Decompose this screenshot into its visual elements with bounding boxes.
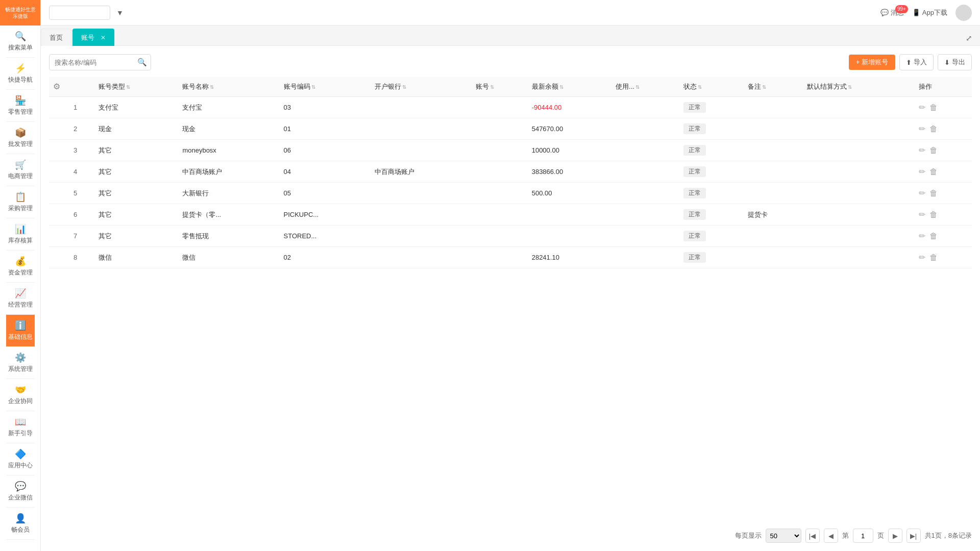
- col-header-latest_balance[interactable]: 最新余额⇅: [528, 77, 611, 97]
- delete-btn-3[interactable]: 🗑: [929, 167, 938, 177]
- sidebar-item-operations-mgmt[interactable]: 📈经营管理: [6, 283, 35, 315]
- prev-page-btn[interactable]: ◀: [824, 529, 838, 543]
- ecommerce-mgmt-icon: 🛒: [15, 159, 26, 170]
- app-download-btn[interactable]: 📱 App下载: [912, 8, 947, 17]
- row-status-2: 正常: [679, 140, 744, 161]
- sidebar-item-system-mgmt[interactable]: ⚙️系统管理: [6, 347, 35, 379]
- wholesale-mgmt-icon: 📦: [15, 127, 26, 138]
- status-badge-4: 正常: [683, 188, 706, 198]
- col-header-account_code[interactable]: 账号编码⇅: [280, 77, 371, 97]
- row-account-code-7: 02: [280, 247, 371, 268]
- sidebar-item-basic-info[interactable]: ℹ️基础信息: [6, 315, 35, 347]
- row-usage-2: [611, 140, 679, 161]
- col-header-settings: ⚙: [49, 77, 69, 97]
- row-settings-4: [49, 183, 69, 204]
- export-btn[interactable]: ⬇ 导出: [938, 54, 972, 70]
- add-account-btn[interactable]: + 新增账号: [849, 55, 895, 70]
- edit-btn-1[interactable]: ✏: [919, 124, 925, 134]
- edit-btn-4[interactable]: ✏: [919, 188, 925, 198]
- col-header-usage[interactable]: 使用...⇅: [611, 77, 679, 97]
- row-status-3: 正常: [679, 161, 744, 183]
- sidebar-item-app-center[interactable]: 🔷应用中心: [6, 443, 35, 475]
- edit-btn-3[interactable]: ✏: [919, 167, 925, 177]
- delete-btn-4[interactable]: 🗑: [929, 189, 938, 198]
- row-account-3: [472, 161, 528, 183]
- sidebar-item-retail-mgmt[interactable]: 🏪零售管理: [6, 90, 35, 122]
- page-label: 第: [842, 531, 849, 540]
- sidebar-item-wholesale-mgmt[interactable]: 📦批发管理: [6, 122, 35, 154]
- enterprise-wechat-icon: 💬: [15, 481, 26, 492]
- edit-btn-7[interactable]: ✏: [919, 253, 925, 262]
- sidebar-item-quick-nav[interactable]: ⚡快捷导航: [6, 58, 35, 90]
- row-account-5: [472, 204, 528, 226]
- sidebar-item-inventory-check[interactable]: 📊库存核算: [6, 218, 35, 251]
- sort-icon-account_type: ⇅: [126, 84, 130, 90]
- row-status-7: 正常: [679, 247, 744, 268]
- delete-btn-7[interactable]: 🗑: [929, 253, 938, 262]
- total-info: 共1页，8条记录: [925, 531, 972, 540]
- row-settings-6: [49, 226, 69, 247]
- per-page-select[interactable]: 50 100 200: [766, 529, 801, 543]
- row-status-1: 正常: [679, 118, 744, 140]
- row-status-0: 正常: [679, 97, 744, 118]
- sidebar-item-ecommerce-mgmt[interactable]: 🛒电商管理: [6, 154, 35, 186]
- sidebar-item-purchase-mgmt[interactable]: 📋采购管理: [6, 186, 35, 218]
- status-badge-0: 正常: [683, 102, 706, 113]
- row-notes-0: [744, 97, 803, 118]
- last-page-btn[interactable]: ▶|: [906, 529, 921, 543]
- edit-btn-6[interactable]: ✏: [919, 231, 925, 241]
- delete-btn-5[interactable]: 🗑: [929, 210, 938, 219]
- dropdown-btn[interactable]: ▼: [116, 9, 124, 17]
- page-input[interactable]: [853, 529, 873, 543]
- row-settings-2: [49, 140, 69, 161]
- per-page-label: 每页显示: [735, 531, 762, 540]
- tab-accounts[interactable]: 账号✕: [72, 29, 114, 46]
- delete-btn-1[interactable]: 🗑: [929, 124, 938, 134]
- tab-actions: ⤢: [962, 31, 980, 45]
- tab-close-accounts[interactable]: ✕: [101, 34, 106, 41]
- sidebar-item-member[interactable]: 👤畅会员: [6, 508, 35, 540]
- message-btn[interactable]: 💬 消息 99+: [880, 8, 904, 17]
- row-settings-5: [49, 204, 69, 226]
- search-btn[interactable]: 🔍: [137, 58, 147, 67]
- col-header-account[interactable]: 账号⇅: [472, 77, 528, 97]
- logo-text: 畅捷通好生意乐捷版: [5, 6, 36, 19]
- sidebar-item-enterprise-wechat[interactable]: 💬企业微信: [6, 475, 35, 508]
- row-actions-2: ✏ 🗑: [915, 140, 972, 161]
- top-search-input[interactable]: [49, 6, 110, 20]
- edit-btn-0[interactable]: ✏: [919, 103, 925, 112]
- sort-icon-account_code: ⇅: [311, 84, 315, 90]
- avatar[interactable]: [955, 5, 972, 21]
- enterprise-agreement-label: 企业协同: [8, 397, 33, 406]
- sidebar-item-new-guide[interactable]: 📖新手引导: [6, 411, 35, 443]
- tab-home[interactable]: 首页: [41, 29, 71, 46]
- search-input[interactable]: [49, 54, 151, 70]
- next-page-btn[interactable]: ▶: [888, 529, 902, 543]
- sidebar-item-search-menu[interactable]: 🔍搜索菜单: [6, 26, 35, 58]
- import-btn[interactable]: ⬆ 导入: [899, 54, 934, 70]
- col-header-notes[interactable]: 备注⇅: [744, 77, 803, 97]
- edit-btn-2[interactable]: ✏: [919, 145, 925, 155]
- row-account-name-2: moneybosx: [178, 140, 279, 161]
- column-settings-btn[interactable]: ⚙: [53, 82, 60, 91]
- new-guide-icon: 📖: [15, 416, 26, 428]
- col-header-bank[interactable]: 开户银行⇅: [371, 77, 472, 97]
- sidebar-item-capital-mgmt[interactable]: 💰资金管理: [6, 251, 35, 283]
- delete-btn-0[interactable]: 🗑: [929, 103, 938, 112]
- col-header-account_name[interactable]: 账号名称⇅: [178, 77, 279, 97]
- edit-btn-5[interactable]: ✏: [919, 210, 925, 219]
- row-balance-6: [528, 226, 611, 247]
- col-header-status[interactable]: 状态⇅: [679, 77, 744, 97]
- capital-mgmt-icon: 💰: [15, 256, 26, 267]
- delete-btn-6[interactable]: 🗑: [929, 232, 938, 241]
- sidebar-item-enterprise-agreement[interactable]: 🤝企业协同: [6, 379, 35, 411]
- first-page-btn[interactable]: |◀: [805, 529, 820, 543]
- row-num-3: 4: [69, 161, 94, 183]
- search-menu-label: 搜索菜单: [8, 43, 33, 52]
- delete-btn-2[interactable]: 🗑: [929, 146, 938, 155]
- fullscreen-btn[interactable]: ⤢: [962, 31, 976, 45]
- col-header-account_type[interactable]: 账号类型⇅: [94, 77, 178, 97]
- table-row: 7其它零售抵现STORED...正常 ✏ 🗑: [49, 226, 972, 247]
- col-header-default_settlement[interactable]: 默认结算方式⇅: [803, 77, 915, 97]
- row-account-code-5: PICKUPC...: [280, 204, 371, 226]
